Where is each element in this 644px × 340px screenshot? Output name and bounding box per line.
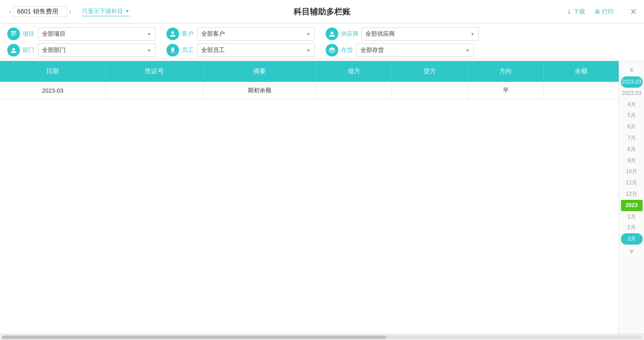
account-code-area: 6601 销售费用 xyxy=(13,6,67,17)
supplier-select[interactable]: 全部供应商 ▼ xyxy=(361,27,479,41)
cell-voucher xyxy=(105,82,203,99)
customer-chevron-icon: ▼ xyxy=(306,32,311,37)
show-sub-accounts-filter[interactable]: 只显示下级科目 ▼ xyxy=(82,7,129,16)
filter-item-customer: 客户 全部客户 ▼ xyxy=(166,27,315,41)
inventory-chevron-icon: ▼ xyxy=(465,48,470,53)
inventory-label: 存货 xyxy=(341,46,354,54)
employee-select[interactable]: 全部员工 ▼ xyxy=(197,43,315,57)
col-balance: 余额 xyxy=(544,61,619,82)
download-icon: ⤓ xyxy=(567,8,572,15)
table-wrapper: 日期 凭证号 摘要 借方 贷方 方向 余额 2023-03期初余额平 ▲ xyxy=(0,61,644,334)
cell-summary: 期初余额 xyxy=(203,82,316,99)
inventory-value: 全部存货 xyxy=(360,46,384,54)
close-button[interactable]: ✕ xyxy=(630,7,637,17)
scroll-thumb[interactable] xyxy=(2,335,386,339)
col-voucher: 凭证号 xyxy=(105,61,203,82)
table-header-row: 日期 凭证号 摘要 借方 贷方 方向 余额 xyxy=(0,61,619,82)
customer-select[interactable]: 全部客户 ▼ xyxy=(197,27,315,41)
department-icon xyxy=(7,44,20,57)
print-button[interactable]: 🖶 打印 xyxy=(594,8,614,16)
supplier-value: 全部供应商 xyxy=(365,30,395,38)
filter-item-department: 部门 全部部门 ▼ xyxy=(7,43,156,57)
sidebar-month-item[interactable]: 8月 xyxy=(621,144,643,155)
print-icon: 🖶 xyxy=(594,8,600,15)
show-sub-accounts-label: 只显示下级科目 xyxy=(82,7,123,15)
supplier-icon xyxy=(326,28,338,40)
sidebar-down-arrow[interactable]: ▼ xyxy=(625,246,638,258)
top-actions: ⤓ 下载 🖶 打印 ✕ xyxy=(567,7,637,17)
department-chevron-icon: ▼ xyxy=(147,48,152,53)
sidebar-month-item[interactable]: 11月 xyxy=(621,177,643,189)
download-button[interactable]: ⤓ 下载 xyxy=(567,8,585,16)
customer-value: 全部客户 xyxy=(201,30,225,38)
svg-point-3 xyxy=(331,32,333,34)
sidebar-month-item[interactable]: 4月 xyxy=(621,99,643,110)
col-credit: 贷方 xyxy=(392,61,468,82)
filter-item-employee: 员工 全部员工 ▼ xyxy=(166,43,315,57)
filter-item-inventory: 存货 全部存货 ▼ xyxy=(326,43,474,57)
top-bar: ‹ 6601 销售费用 › 只显示下级科目 ▼ 科目辅助多栏账 ⤓ 下载 🖶 打… xyxy=(0,0,644,24)
project-select[interactable]: 全部项目 ▼ xyxy=(38,27,156,41)
scroll-track xyxy=(2,335,642,339)
sidebar-month-item[interactable]: 10月 xyxy=(621,166,643,177)
print-label: 打印 xyxy=(602,8,614,16)
sidebar-month-item[interactable]: 6月 xyxy=(621,121,643,132)
svg-rect-1 xyxy=(11,33,16,34)
department-label: 部门 xyxy=(23,46,35,54)
customer-label: 客户 xyxy=(182,30,194,38)
ledger-table: 日期 凭证号 摘要 借方 贷方 方向 余额 2023-03期初余额平 xyxy=(0,61,619,99)
sidebar-up-arrow[interactable]: ▲ xyxy=(625,63,638,76)
cell-direction: 平 xyxy=(468,82,544,99)
sidebar-month-item[interactable]: 2023 xyxy=(621,200,643,211)
project-label: 项目 xyxy=(23,30,35,38)
table-container: 日期 凭证号 摘要 借方 贷方 方向 余额 2023-03期初余额平 xyxy=(0,61,619,334)
employee-icon xyxy=(166,44,179,57)
sidebar-month-item[interactable]: 3月 xyxy=(621,233,643,245)
col-debit: 借方 xyxy=(316,61,392,82)
project-icon xyxy=(7,28,20,40)
sidebar-month-item[interactable]: 9月 xyxy=(621,155,643,166)
filter-row-2: 部门 全部部门 ▼ 员工 全部员工 ▼ xyxy=(7,43,637,57)
inventory-select[interactable]: 全部存货 ▼ xyxy=(356,43,474,57)
cell-debit xyxy=(316,82,392,99)
sidebar-month-item[interactable]: 2023.03 xyxy=(621,76,643,88)
filter-area: 项目 全部项目 ▼ 客户 全部客户 ▼ xyxy=(0,24,644,61)
department-value: 全部部门 xyxy=(42,46,66,54)
employee-chevron-icon: ▼ xyxy=(306,48,311,53)
customer-icon xyxy=(166,28,179,40)
filter-chevron-icon: ▼ xyxy=(125,9,129,14)
prev-account-arrow[interactable]: ‹ xyxy=(7,7,13,16)
bottom-scrollbar[interactable] xyxy=(0,334,644,340)
sidebar-month-item[interactable]: 2023.03 xyxy=(621,88,643,99)
svg-rect-0 xyxy=(11,31,16,33)
employee-label: 员工 xyxy=(182,46,194,54)
col-date: 日期 xyxy=(0,61,105,82)
col-direction: 方向 xyxy=(468,61,544,82)
sidebar-month-item[interactable]: 5月 xyxy=(621,110,643,121)
filter-item-project: 项目 全部项目 ▼ xyxy=(7,27,156,41)
inventory-icon xyxy=(326,44,338,57)
project-value: 全部项目 xyxy=(42,30,66,38)
sidebar-month-item[interactable]: 12月 xyxy=(621,189,643,200)
svg-rect-5 xyxy=(171,48,174,52)
sidebar-month-item[interactable]: 7月 xyxy=(621,132,643,144)
project-chevron-icon: ▼ xyxy=(147,32,152,37)
right-sidebar: ▲ 2023.032023.034月5月6月7月8月9月10月11月12月202… xyxy=(619,61,644,334)
supplier-chevron-icon: ▼ xyxy=(470,32,475,37)
table-row[interactable]: 2023-03期初余额平 xyxy=(0,82,619,99)
download-label: 下载 xyxy=(573,8,585,16)
department-select[interactable]: 全部部门 ▼ xyxy=(38,43,156,57)
cell-balance xyxy=(544,82,619,99)
next-account-arrow[interactable]: › xyxy=(67,7,73,16)
svg-point-4 xyxy=(12,48,15,51)
sidebar-items-container: 2023.032023.034月5月6月7月8月9月10月11月12月20231… xyxy=(621,76,643,245)
page-title: 科目辅助多栏账 xyxy=(294,6,350,17)
svg-rect-2 xyxy=(11,35,14,36)
main-window: ‹ 6601 销售费用 › 只显示下级科目 ▼ 科目辅助多栏账 ⤓ 下载 🖶 打… xyxy=(0,0,644,340)
employee-value: 全部员工 xyxy=(201,46,225,54)
filter-row-1: 项目 全部项目 ▼ 客户 全部客户 ▼ xyxy=(7,27,637,41)
cell-date: 2023-03 xyxy=(0,82,105,99)
sidebar-month-item[interactable]: 1月 xyxy=(621,211,643,222)
svg-rect-6 xyxy=(172,47,173,48)
sidebar-month-item[interactable]: 2月 xyxy=(621,222,643,233)
